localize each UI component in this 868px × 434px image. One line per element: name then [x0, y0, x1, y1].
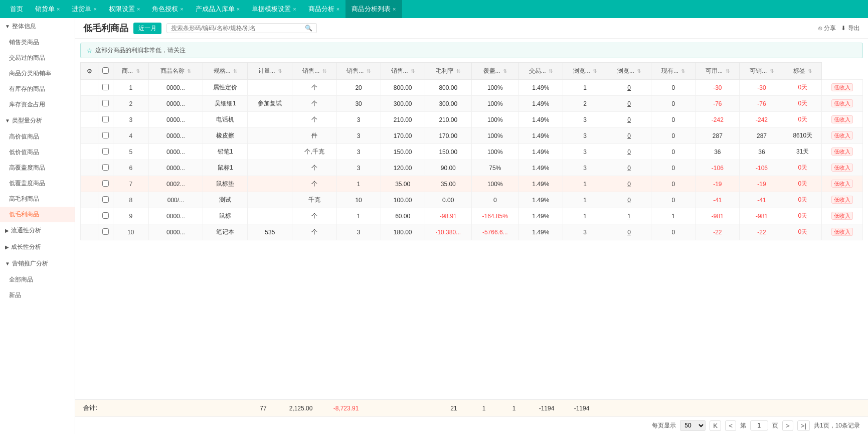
row-checkbox[interactable] [98, 224, 113, 240]
nav-template[interactable]: 单据模板设置 × [246, 0, 302, 18]
close-icon[interactable]: × [57, 6, 60, 12]
col-browse1[interactable]: 浏览... ⇅ [563, 63, 607, 80]
row-select-checkbox[interactable] [102, 212, 109, 219]
col-gross-margin[interactable]: 毛利率 ⇅ [425, 63, 471, 80]
search-icon[interactable]: 🔍 [305, 25, 312, 32]
col-code[interactable]: 商... ⇅ [113, 63, 149, 80]
nav-analysis-list[interactable]: 商品分析列表 × [345, 0, 402, 18]
col-transactions[interactable]: 交易... ⇅ [518, 63, 563, 80]
sidebar-item-low-coverage[interactable]: 低覆盖度商品 [0, 176, 75, 191]
sidebar-item-high-coverage[interactable]: 高覆盖度商品 [0, 160, 75, 176]
next-page-button[interactable]: > [782, 420, 793, 431]
col-saleable[interactable]: 可销... ⇅ [740, 63, 784, 80]
row-checkbox[interactable] [98, 160, 113, 176]
nav-home[interactable]: 首页 [4, 0, 29, 18]
col-unit[interactable]: 计量... ⇅ [248, 63, 292, 80]
close-icon[interactable]: × [180, 6, 183, 12]
row-browse1[interactable]: 1 [607, 208, 651, 224]
sidebar-item-sales-products[interactable]: 销售类商品 [0, 35, 75, 50]
row-checkbox[interactable] [98, 112, 113, 128]
row-checkbox[interactable] [98, 144, 113, 160]
sidebar-group-marketing[interactable]: ▼ 营销推广分析 [0, 255, 75, 272]
last-page-button[interactable]: >| [797, 420, 810, 431]
row-browse1[interactable]: 0 [607, 176, 651, 192]
col-sales-qty[interactable]: 销售... ⇅ [292, 63, 336, 80]
col-name[interactable]: 商品名称 ⇅ [148, 63, 203, 80]
nav-permission[interactable]: 权限设置 × [103, 0, 146, 18]
sidebar-group-overall-label: 整体信息 [12, 22, 36, 31]
row-select-checkbox[interactable] [102, 228, 109, 235]
row-checkbox[interactable] [98, 80, 113, 96]
col-checkbox[interactable] [98, 63, 113, 80]
row-current-stock: -19 [696, 176, 740, 192]
col-tag[interactable]: 标签 ⇅ [784, 63, 822, 80]
close-icon[interactable]: × [93, 6, 96, 12]
row-spec [248, 192, 292, 208]
row-select-checkbox[interactable] [102, 100, 109, 106]
nav-product-entry[interactable]: 产成品入库单 × [190, 0, 246, 18]
close-icon[interactable]: × [336, 6, 339, 12]
row-browse1[interactable]: 0 [607, 160, 651, 176]
nav-purchase[interactable]: 进货单 × [66, 0, 102, 18]
sidebar-item-high-value[interactable]: 高价值商品 [0, 129, 75, 144]
row-select-checkbox[interactable] [102, 196, 109, 203]
date-filter-button[interactable]: 近一月 [133, 23, 161, 34]
search-input[interactable] [171, 25, 305, 32]
row-browse1[interactable]: 0 [607, 144, 651, 160]
sidebar-item-all-products[interactable]: 全部商品 [0, 272, 75, 287]
row-browse1[interactable]: 0 [607, 128, 651, 144]
row-select-checkbox[interactable] [102, 116, 109, 122]
nav-role-auth[interactable]: 角色授权 × [146, 0, 189, 18]
sidebar-group-overall[interactable]: ▼ 整体信息 [0, 18, 75, 35]
col-coverage[interactable]: 覆盖... ⇅ [471, 63, 518, 80]
sidebar-group-growth[interactable]: ▶ 成长性分析 [0, 239, 75, 255]
col-settings[interactable]: ⚙ [81, 63, 98, 80]
row-checkbox[interactable] [98, 176, 113, 192]
col-current-stock[interactable]: 现有... ⇅ [651, 63, 696, 80]
sidebar-item-high-margin[interactable]: 高毛利商品 [0, 191, 75, 207]
close-icon[interactable]: × [137, 6, 140, 12]
row-browse1[interactable]: 0 [607, 192, 651, 208]
sidebar-group-circulation[interactable]: ▶ 流通性分析 [0, 222, 75, 239]
sidebar-item-new-products[interactable]: 新品 [0, 287, 75, 303]
sidebar-item-low-value[interactable]: 低价值商品 [0, 144, 75, 160]
page-size-select[interactable]: 50 100 200 [680, 420, 706, 431]
col-spec[interactable]: 规格... ⇅ [203, 63, 248, 80]
row-checkbox[interactable] [98, 96, 113, 112]
nav-product-analysis[interactable]: 商品分析 × [302, 0, 345, 18]
sidebar-item-traded-products[interactable]: 交易过的商品 [0, 50, 75, 66]
row-browse1[interactable]: 0 [607, 224, 651, 240]
row-checkbox[interactable] [98, 192, 113, 208]
sidebar-item-category-sales-rate[interactable]: 商品分类助销率 [0, 66, 75, 81]
row-sales-price: 35.00 [381, 176, 425, 192]
close-icon[interactable]: × [237, 6, 240, 12]
row-browse1[interactable]: 0 [607, 112, 651, 128]
row-checkbox[interactable] [98, 208, 113, 224]
nav-sales[interactable]: 销货单 × [29, 0, 66, 18]
sort-icon: ⇅ [322, 68, 326, 74]
export-button[interactable]: ⬇ 导出 [841, 24, 860, 33]
select-all-checkbox[interactable] [102, 67, 109, 74]
first-page-button[interactable]: K [710, 420, 721, 431]
prev-page-button[interactable]: < [725, 420, 736, 431]
page-input[interactable] [750, 420, 768, 430]
row-select-checkbox[interactable] [102, 84, 109, 90]
close-icon[interactable]: × [293, 6, 296, 12]
row-select-checkbox[interactable] [102, 164, 109, 171]
sidebar-item-in-stock[interactable]: 有库存的商品 [0, 81, 75, 97]
col-available[interactable]: 可用... ⇅ [696, 63, 740, 80]
row-browse1[interactable]: 0 [607, 80, 651, 96]
close-icon[interactable]: × [393, 6, 396, 12]
row-select-checkbox[interactable] [102, 148, 109, 155]
col-sales-profit[interactable]: 销售... ⇅ [381, 63, 425, 80]
row-select-checkbox[interactable] [102, 132, 109, 138]
col-sales-price[interactable]: 销售... ⇅ [336, 63, 381, 80]
row-checkbox[interactable] [98, 128, 113, 144]
sidebar-group-type-analysis[interactable]: ▼ 类型量分析 [0, 112, 75, 129]
row-select-checkbox[interactable] [102, 180, 109, 187]
sidebar-item-low-margin[interactable]: 低毛利商品 [0, 207, 75, 222]
share-button[interactable]: ⎋ 分享 [818, 24, 836, 33]
row-browse1[interactable]: 0 [607, 96, 651, 112]
sidebar-item-stock-capital[interactable]: 库存资金占用 [0, 97, 75, 112]
col-browse2[interactable]: 浏览... ⇅ [607, 63, 651, 80]
